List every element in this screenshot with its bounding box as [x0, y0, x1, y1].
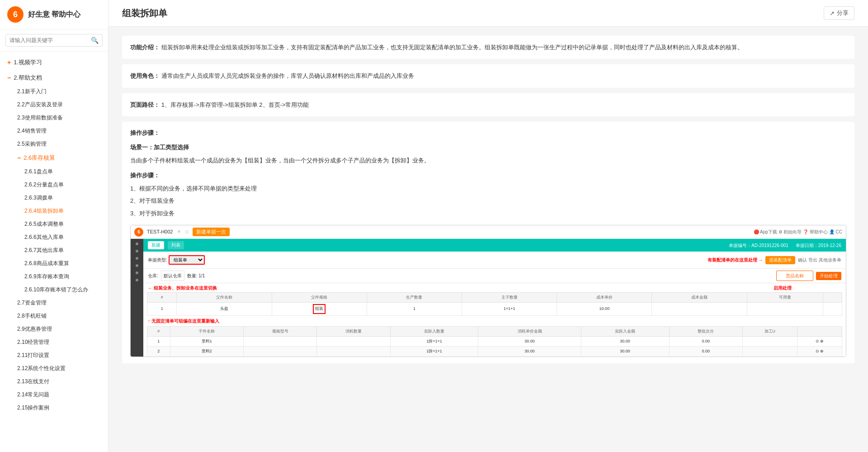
nav-section-docs: − 2.帮助文档 2.1新手入门 2.2产品安装及登录 2.3使用前数据准备 2…: [0, 71, 108, 414]
form-select-type[interactable]: 组装单 拆卸单: [169, 255, 205, 265]
sidebar-item-install[interactable]: 2.2产品安装及登录: [0, 98, 108, 111]
steps-sub-title: 操作步骤：: [130, 171, 846, 181]
app-content: 新建 列表 单据编号：AD-20191226-001 单据日期：2019-12-…: [143, 239, 846, 357]
app-main-table: # 父件名称 父件规格 生产数量 主子数量 成本单价 成本金额 可用量: [147, 292, 842, 316]
sub-table-row: 2 里料2 1拆+1+1 30.00 30.00 0.00: [147, 347, 842, 357]
annotation-switch: ← 组装业务、拆卸业务在这里切换: [148, 285, 217, 290]
sidebar-item-pay[interactable]: 2.13在线支付: [0, 375, 108, 388]
sidebar-item-otherinstock[interactable]: 2.6.6其他入库单: [0, 231, 108, 244]
app-content-header: 新建 列表 单据编号：AD-20191226-001 单据日期：2019-12-…: [143, 239, 846, 252]
sidebar-item-transfer[interactable]: 2.6.3调拨单: [0, 191, 108, 205]
app-logo: 6: [134, 228, 143, 237]
sidebar-item-inventory[interactable]: − 2.6库存核算: [0, 151, 108, 165]
steps-title: 操作步骤：: [130, 128, 846, 138]
step1: 1、根据不同的业务，选择不同单据的类型来处理: [130, 183, 846, 194]
sidebar-item-otheroutstock[interactable]: 2.6.7其他出库单: [0, 244, 108, 257]
sidebar-item-assembly[interactable]: 2.6.4组装拆卸单: [0, 205, 108, 218]
main-header: 组装拆卸单 ↗ 分享: [108, 0, 868, 27]
app-new-btn[interactable]: 新建单据一次: [193, 228, 230, 236]
minus-icon-docs: −: [7, 74, 11, 81]
sidebar-item-stocktake[interactable]: 2.6.1盘点单: [0, 165, 108, 178]
plus-icon-videos: +: [7, 59, 11, 66]
sidebar-item-videos-label: 1.视频学习: [14, 58, 42, 67]
app-left-sidebar: [131, 239, 143, 357]
nav-area: + 1.视频学习 − 2.帮助文档 2.1新手入门 2.2产品安装及登录 2.3…: [0, 52, 108, 452]
app-tab-new[interactable]: 新建: [148, 241, 164, 249]
sidebar-item-docs-label: 2.帮助文档: [14, 74, 42, 82]
share-label: 分享: [837, 9, 849, 17]
sidebar-item-faq[interactable]: 2.14常见问题: [0, 388, 108, 401]
sidebar-item-sales[interactable]: 2.4销售管理: [0, 124, 108, 138]
content-area: 功能介绍： 组装拆卸单用来处理企业组装或拆卸等加工业务，支持有固定装配清单的产品…: [108, 27, 868, 452]
sidebar-item-mobile[interactable]: 2.8手机旺铺: [0, 309, 108, 323]
sidebar-item-ops[interactable]: 2.10经营管理: [0, 336, 108, 349]
feature-intro-label: 功能介绍：: [130, 44, 160, 51]
screenshot-inner: 6 TEST-H002 ▼ ⊙ 新建单据一次 🔴 App下载 ⚙ 初始向导 ❓ …: [131, 225, 846, 357]
sidebar-item-docs[interactable]: − 2.帮助文档: [0, 71, 108, 85]
page-title: 组装拆卸单: [122, 7, 167, 19]
sidebar-dot-6: [136, 279, 138, 281]
annotation-nofixed: ↑ 无固定清单可组编在这里重新输入: [143, 317, 846, 325]
role-label: 使用角色：: [130, 72, 160, 79]
search-input[interactable]: [9, 37, 91, 43]
logo-area: 6 好生意 帮助中心: [0, 0, 108, 29]
app-org-name: TEST-H002: [147, 228, 173, 236]
annotation-assembly: 有装配清单的在这里处理 →: [708, 256, 763, 264]
sidebar-item-partial[interactable]: 2.6.2分量盘点单: [0, 178, 108, 191]
steps-card: 操作步骤： 场景一：加工类型选择 当由多个子件材料组装成一个成品的业务为【组装】…: [122, 122, 854, 363]
path-text: 页面路径： 1、库存核算->库存管理->组装拆卸单 2、首页->常用功能: [130, 101, 309, 108]
sidebar-item-coupon[interactable]: 2.9优惠券管理: [0, 323, 108, 336]
app-tab-list[interactable]: 列表: [168, 241, 184, 249]
sidebar-dot-2: [136, 250, 138, 252]
scene1-title: 场景一：加工类型选择: [130, 143, 846, 152]
step3: 3、对于拆卸业务: [130, 208, 846, 219]
sidebar-item-stockcheck[interactable]: 2.6.9库存账本查询: [0, 270, 108, 283]
search-box[interactable]: 🔍: [5, 34, 103, 47]
sidebar-item-costcalc[interactable]: 2.6.8商品成本重算: [0, 257, 108, 270]
sidebar-item-cases[interactable]: 2.15操作案例: [0, 401, 108, 414]
steps-list: 1、根据不同的业务，选择不同单据的类型来处理 2、对于组装业务 3、对于拆卸业务: [130, 183, 846, 219]
sidebar-dot-1: [136, 243, 138, 245]
path-label: 页面路径：: [130, 101, 160, 108]
annotation-enable: 启用处理: [774, 284, 792, 292]
minus-icon-inventory: −: [17, 154, 21, 162]
step2: 2、对于组装业务: [130, 195, 846, 206]
sidebar-item-inventory-label: 2.6库存核算: [24, 154, 55, 162]
logo-text: 好生意 帮助中心: [28, 10, 80, 19]
app-main-table-area: # 父件名称 父件规格 生产数量 主子数量 成本单价 成本金额 可用量: [143, 291, 846, 317]
role-card: 使用角色： 通常由生产人员或库管人员完成拆装业务的操作，库管人员确认原材料的出库…: [122, 64, 854, 87]
screenshot-container: 6 TEST-H002 ▼ ⊙ 新建单据一次 🔴 App下载 ⚙ 初始向导 ❓ …: [130, 225, 846, 357]
app-doc-id: 单据编号：AD-20191226-001: [729, 242, 788, 249]
scene1-desc: 当由多个子件材料组装成一个成品的业务为【组装】业务，当由一个父件拆分成多个子产品…: [130, 155, 846, 166]
app-ui: 6 TEST-H002 ▼ ⊙ 新建单据一次 🔴 App下载 ⚙ 初始向导 ❓ …: [131, 225, 846, 357]
share-icon: ↗: [830, 10, 835, 17]
share-button[interactable]: ↗ 分享: [824, 6, 854, 20]
path-card: 页面路径： 1、库存核算->库存管理->组装拆卸单 2、首页->常用功能: [122, 93, 854, 116]
nav-section-videos: + 1.视频学习: [0, 55, 108, 70]
sidebar-item-prepare[interactable]: 2.3使用前数据准备: [0, 111, 108, 124]
sidebar-dot-4: [136, 264, 138, 267]
sidebar: 6 好生意 帮助中心 🔍 + 1.视频学习 − 2.帮助文档 2.1新手入门 2…: [0, 0, 108, 452]
role-text: 使用角色： 通常由生产人员或库管人员完成拆装业务的操作，库管人员确认原材料的出库…: [130, 72, 414, 79]
sidebar-item-purchase[interactable]: 2.5采购管理: [0, 138, 108, 151]
app-topbar: 6 TEST-H002 ▼ ⊙ 新建单据一次 🔴 App下载 ⚙ 初始向导 ❓ …: [131, 225, 846, 239]
search-area: 🔍: [0, 29, 108, 52]
sidebar-item-stockerror[interactable]: 2.6.10库存账本错了怎么办: [0, 283, 108, 296]
app-doc-date: 单据日期：2019-12-26: [796, 242, 841, 249]
app-assembly-list-btn[interactable]: 选装配清单: [765, 256, 795, 264]
sidebar-item-newbie[interactable]: 2.1新手入门: [0, 85, 108, 98]
sidebar-item-costadjust[interactable]: 2.6.5成本调整单: [0, 218, 108, 231]
annotation-row: ← 组装业务、拆卸业务在这里切换 启用处理: [143, 283, 846, 291]
search-button[interactable]: 🔍: [91, 37, 99, 44]
sub-table-row: 1 里料1 1拆+1+1 30.00 30.00 0.00: [147, 336, 842, 346]
app-start-btn[interactable]: 开始处理: [816, 272, 841, 280]
sidebar-item-videos[interactable]: + 1.视频学习: [0, 55, 108, 70]
sidebar-dot-3: [136, 257, 138, 260]
logo-icon: 6: [7, 6, 24, 23]
sidebar-item-system[interactable]: 2.12系统个性化设置: [0, 362, 108, 375]
app-subform-row: 仓库: 默认仓库 数量: 1/1 货品名称 开始处理: [143, 269, 846, 283]
table-row: 1 头盔 组装 1 1+1+1 10.00: [147, 303, 842, 315]
main-content: 组装拆卸单 ↗ 分享 功能介绍： 组装拆卸单用来处理企业组装或拆卸等加工业务，支…: [108, 0, 868, 452]
sidebar-item-capital[interactable]: 2.7资金管理: [0, 296, 108, 309]
sidebar-item-print[interactable]: 2.11打印设置: [0, 349, 108, 362]
